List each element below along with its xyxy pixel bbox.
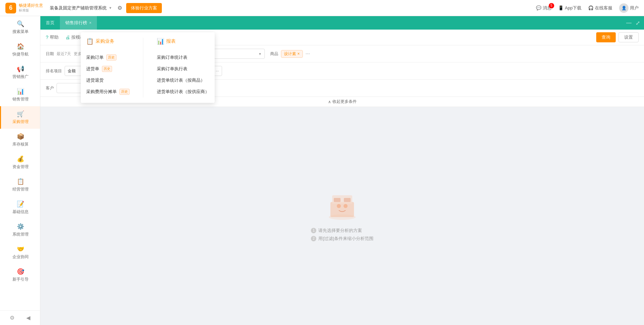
chevron-down-icon: ▼ — [109, 6, 112, 10]
content-area: 首页 销售排行榜 × — ⤢ ? 帮助 🖨 按模板打印 ▼ ↗ — [40, 16, 644, 325]
top-bar: 6 畅捷通好生意 标准版 装备及固定资产辅助管理系统 ▼ ⚙ 体验行业方案 💬 … — [0, 0, 644, 16]
sidebar-label-management: 经营管理 — [12, 187, 29, 192]
dropdown-item-purchase-incoming[interactable]: 进货单 历史 — [86, 63, 130, 75]
sidebar-label-search: 搜索菜单 — [12, 29, 29, 35]
purchase-incoming-hist: 历史 — [102, 66, 112, 72]
action-buttons: 查询 设置 — [596, 32, 639, 42]
dropdown-item-incoming-stats-goods[interactable]: 进货单统计表（按商品） — [157, 75, 209, 86]
logo-tag: 标准版 — [19, 8, 43, 13]
settings-bottom-icon[interactable]: ⚙ — [10, 315, 14, 321]
incoming-stats-goods-label: 进货单统计表（按商品） — [157, 77, 205, 83]
sidebar-bottom: ⚙ ◀ — [0, 310, 40, 325]
empty-dot-2: 2 — [311, 236, 316, 241]
sidebar-item-management[interactable]: 📋 经营管理 — [0, 174, 40, 196]
app-download-item[interactable]: 📱 App下载 — [558, 5, 581, 11]
sidebar-label-finance: 资金管理 — [12, 164, 29, 170]
report-header-label: 报表 — [166, 38, 176, 44]
sidebar-label-navigation: 快捷导航 — [12, 51, 29, 57]
sidebar-label-guide: 新手引导 — [12, 277, 29, 282]
tab-sales-ranking-label: 销售排行榜 — [65, 20, 87, 26]
target-icon: 🎯 — [17, 268, 24, 275]
order-exec-label: 采购订单执行表 — [157, 66, 187, 72]
dropdown-item-order-stats[interactable]: 采购订单统计表 — [157, 52, 209, 63]
svg-rect-3 — [334, 198, 341, 202]
tab-bar-right: — ⤢ — [625, 18, 644, 28]
date-shortcut-week[interactable]: 最近7天 — [57, 51, 71, 57]
incoming-stats-supplier-label: 进货单统计表（按供应商） — [157, 89, 209, 95]
logo-icon: 6 — [5, 3, 16, 13]
search-icon: 🔍 — [17, 20, 24, 28]
purchase-return-label: 进货退货 — [86, 77, 104, 83]
empty-hint-1: 请先选择要分析的方案 — [318, 228, 362, 234]
sidebar-item-purchase[interactable]: 🛒 采购管理 — [0, 106, 40, 129]
goods-tag-text: 设计素 — [284, 51, 296, 57]
sidebar-item-search[interactable]: 🔍 搜索菜单 — [0, 16, 40, 39]
chart-icon: 📊 — [17, 88, 24, 95]
top-bar-right: 💬 消息 5 📱 App下载 🎧 在线客服 👤 用户 — [536, 3, 639, 13]
industry-btn[interactable]: 体验行业方案 — [126, 3, 162, 13]
sidebar-item-system[interactable]: ⚙️ 系统管理 — [0, 219, 40, 241]
goods-tag-close-icon[interactable]: × — [297, 51, 300, 56]
tab-home[interactable]: 首页 — [40, 16, 60, 30]
dropdown-item-order-exec[interactable]: 采购订单执行表 — [157, 63, 209, 75]
user-label: 用户 — [630, 5, 639, 11]
tab-close-icon[interactable]: × — [89, 21, 92, 25]
sidebar: 🔍 搜索菜单 🏠 快捷导航 📢 营销推广 📊 销售管理 🛒 采购管理 📦 库存核… — [0, 16, 40, 325]
message-badge: 5 — [549, 3, 554, 8]
sidebar-item-collaboration[interactable]: 🤝 企业协同 — [0, 241, 40, 264]
collapse-btn[interactable]: ∧ 收起更多条件 — [328, 99, 357, 105]
megaphone-icon: 📢 — [17, 65, 24, 73]
system-selector[interactable]: 装备及固定资产辅助管理系统 ▼ — [50, 5, 112, 11]
sidebar-item-navigation[interactable]: 🏠 快捷导航 — [0, 39, 40, 61]
system-icon: ⚙️ — [17, 223, 24, 230]
dropdown-item-purchase-return[interactable]: 进货退货 — [86, 75, 130, 86]
customer-label: 客户 — [46, 85, 54, 91]
collapse-sidebar-icon[interactable]: ◀ — [26, 315, 30, 321]
order-stats-label: 采购订单统计表 — [157, 54, 187, 60]
sidebar-item-guide[interactable]: 🎯 新手引导 — [0, 264, 40, 286]
dropdown-item-incoming-stats-supplier[interactable]: 进货单统计表（按供应商） — [157, 86, 209, 97]
tab-sales-ranking[interactable]: 销售排行榜 × — [60, 16, 97, 30]
phone-icon: 📱 — [558, 5, 564, 10]
setting-button[interactable]: 设置 — [618, 32, 639, 42]
purchase-order-label: 采购订单 — [86, 54, 104, 60]
goods-more-icon[interactable]: ··· — [306, 51, 310, 57]
dropdown-divider — [143, 38, 143, 97]
user-item[interactable]: 👤 用户 — [619, 3, 639, 13]
sidebar-item-basic-info[interactable]: 📝 基础信息 — [0, 196, 40, 219]
tab-minimize-btn[interactable]: — — [625, 18, 633, 27]
sidebar-item-sales[interactable]: 📊 销售管理 — [0, 84, 40, 106]
box-icon: 📦 — [17, 133, 24, 140]
sidebar-item-marketing[interactable]: 📢 营销推广 — [0, 61, 40, 84]
headset-icon: 🎧 — [588, 5, 594, 10]
sidebar-label-sales: 销售管理 — [12, 96, 29, 102]
date-label: 日期 — [46, 51, 54, 57]
goods-filter: 商品 设计素 × ··· — [270, 50, 310, 58]
empty-state: 1 请先选择要分析的方案 2 用[过滤]条件来缩小分析范围 — [40, 107, 644, 325]
tab-bar: 首页 销售排行榜 × — ⤢ — [40, 16, 644, 30]
logo-name: 畅捷通好生意 — [19, 3, 43, 8]
sidebar-label-purchase: 采购管理 — [12, 119, 29, 125]
svg-point-6 — [344, 204, 348, 208]
sidebar-label-system: 系统管理 — [12, 232, 29, 237]
empty-dot-1: 1 — [311, 228, 316, 233]
purchase-expense-hist: 历史 — [119, 89, 130, 95]
clipboard-icon: 📋 — [17, 178, 24, 185]
collapse-up-icon: ∧ — [328, 99, 331, 104]
gear-icon[interactable]: ⚙ — [117, 5, 122, 11]
online-service-item[interactable]: 🎧 在线客服 — [588, 5, 612, 11]
empty-text: 1 请先选择要分析的方案 2 用[过滤]条件来缩小分析范围 — [311, 228, 373, 244]
purchase-order-hist: 历史 — [106, 54, 116, 60]
help-toolbar-item[interactable]: ? 帮助 — [46, 34, 59, 40]
empty-illustration — [322, 189, 362, 222]
sidebar-item-inventory[interactable]: 📦 库存核算 — [0, 129, 40, 151]
dropdown-item-purchase-expense[interactable]: 采购费用分摊单 历史 — [86, 86, 130, 97]
online-service-label: 在线客服 — [595, 5, 612, 11]
empty-hint-2: 用[过滤]条件来缩小分析范围 — [318, 236, 373, 242]
tab-maximize-btn[interactable]: ⤢ — [634, 18, 641, 28]
sidebar-item-finance[interactable]: 💰 资金管理 — [0, 151, 40, 174]
query-button[interactable]: 查询 — [596, 32, 616, 42]
dropdown-item-purchase-order[interactable]: 采购订单 历史 — [86, 52, 130, 63]
message-item[interactable]: 💬 消息 5 — [536, 5, 551, 11]
svg-point-5 — [337, 204, 341, 208]
